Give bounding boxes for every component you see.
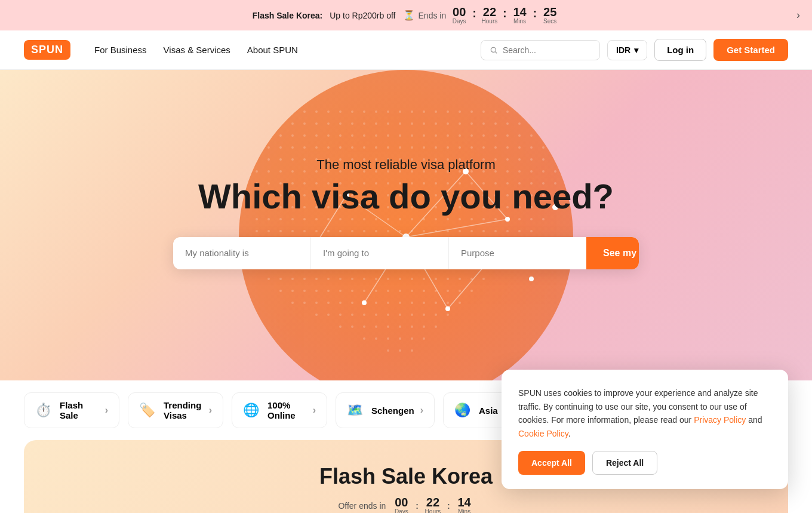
svg-point-17 bbox=[399, 110, 401, 113]
search-icon bbox=[490, 45, 498, 55]
svg-point-286 bbox=[530, 230, 533, 232]
svg-point-249 bbox=[387, 218, 389, 220]
schengen-icon: 🗺️ bbox=[347, 403, 363, 418]
timer-hours: 22 Hours bbox=[480, 6, 499, 24]
svg-point-88 bbox=[315, 146, 318, 149]
search-input[interactable] bbox=[503, 45, 591, 55]
svg-point-419 bbox=[375, 325, 377, 328]
svg-point-245 bbox=[339, 218, 342, 220]
svg-point-241 bbox=[291, 218, 294, 220]
timer-secs: 25 Secs bbox=[540, 6, 559, 24]
category-chip-online[interactable]: 🌐 100% Online › bbox=[232, 392, 327, 428]
svg-point-268 bbox=[315, 230, 318, 232]
chip-arrow-flash: › bbox=[105, 405, 108, 416]
nav-about-spun[interactable]: About SPUN bbox=[247, 45, 298, 55]
svg-point-401 bbox=[435, 302, 437, 304]
svg-point-428 bbox=[399, 337, 401, 340]
svg-point-368 bbox=[447, 278, 449, 280]
search-box[interactable] bbox=[481, 40, 600, 60]
svg-point-76 bbox=[482, 134, 485, 137]
hero-section: The most reliable visa platform Which vi… bbox=[0, 70, 812, 380]
svg-point-30 bbox=[554, 110, 556, 113]
svg-point-379 bbox=[363, 290, 365, 292]
svg-point-424 bbox=[435, 325, 437, 328]
get-started-button[interactable]: Get Started bbox=[713, 39, 788, 61]
navbar: SPUN For Business Visas & Services About… bbox=[0, 30, 812, 70]
svg-point-72 bbox=[435, 134, 437, 137]
logo[interactable]: SPUN bbox=[24, 40, 70, 60]
svg-point-247 bbox=[363, 218, 365, 220]
timer-sep3: : bbox=[533, 7, 537, 20]
svg-point-3 bbox=[239, 70, 573, 380]
cookie-banner: SPUN uses cookies to improve your experi… bbox=[502, 370, 788, 489]
svg-point-359 bbox=[339, 278, 342, 280]
cookie-policy-link[interactable]: Cookie Policy bbox=[518, 429, 568, 438]
svg-point-44 bbox=[411, 122, 413, 125]
svg-point-422 bbox=[411, 325, 413, 328]
category-chip-flash-sale[interactable]: ⏱️ Flash Sale › bbox=[24, 392, 119, 428]
svg-point-54 bbox=[530, 122, 533, 125]
category-chip-trending[interactable]: 🏷️ Trending Visas › bbox=[128, 392, 223, 428]
chip-label-sale: Sale bbox=[60, 410, 99, 420]
timer-sep1: : bbox=[472, 7, 476, 20]
svg-point-23 bbox=[470, 110, 473, 113]
svg-point-100 bbox=[459, 146, 461, 149]
svg-point-32 bbox=[267, 122, 270, 125]
svg-point-38 bbox=[339, 122, 342, 125]
svg-point-356 bbox=[303, 278, 306, 280]
svg-point-43 bbox=[399, 122, 401, 125]
currency-label: IDR bbox=[616, 45, 630, 55]
currency-selector[interactable]: IDR ▾ bbox=[607, 40, 647, 60]
chevron-down-icon: ▾ bbox=[634, 45, 638, 55]
svg-point-93 bbox=[375, 146, 377, 149]
svg-point-354 bbox=[279, 278, 282, 280]
chip-label-visas: Visas bbox=[164, 410, 203, 420]
svg-point-280 bbox=[459, 230, 461, 232]
svg-point-99 bbox=[447, 146, 449, 149]
privacy-policy-link[interactable]: Privacy Policy bbox=[694, 415, 746, 425]
svg-point-274 bbox=[387, 230, 389, 232]
svg-point-273 bbox=[375, 230, 377, 232]
accept-all-button[interactable]: Accept All bbox=[518, 451, 585, 475]
svg-point-41 bbox=[375, 122, 377, 125]
nav-for-business[interactable]: For Business bbox=[94, 45, 147, 55]
svg-point-285 bbox=[518, 230, 521, 232]
svg-point-404 bbox=[315, 314, 318, 316]
see-options-button[interactable]: See my options bbox=[586, 237, 639, 269]
svg-point-92 bbox=[363, 146, 365, 149]
hero-subtitle: The most reliable visa platform bbox=[198, 157, 614, 173]
svg-point-402 bbox=[447, 302, 449, 304]
svg-point-260 bbox=[518, 218, 521, 220]
svg-point-31 bbox=[256, 122, 258, 125]
banner-timer: ⏳ Ends in 00 Days : 22 Hours : 14 Mins :… bbox=[403, 6, 560, 24]
svg-point-79 bbox=[518, 134, 521, 137]
svg-point-449 bbox=[362, 300, 367, 305]
destination-input[interactable] bbox=[311, 237, 449, 269]
offer-hours: 22 Hours bbox=[423, 496, 442, 513]
nationality-input[interactable] bbox=[173, 237, 311, 269]
svg-point-34 bbox=[291, 122, 294, 125]
login-button[interactable]: Log in bbox=[654, 39, 706, 61]
svg-point-430 bbox=[423, 337, 425, 340]
svg-point-283 bbox=[494, 230, 497, 232]
svg-point-382 bbox=[399, 290, 401, 292]
svg-point-429 bbox=[411, 337, 413, 340]
purpose-input[interactable] bbox=[449, 237, 586, 269]
nav-visas-services[interactable]: Visas & Services bbox=[164, 45, 230, 55]
svg-point-16 bbox=[387, 110, 389, 113]
online-icon: 🌐 bbox=[243, 403, 259, 418]
svg-point-62 bbox=[315, 134, 318, 137]
svg-point-376 bbox=[327, 290, 330, 292]
svg-point-33 bbox=[279, 122, 282, 125]
banner-arrow-icon[interactable]: › bbox=[796, 9, 800, 21]
offer-mins: 14 Mins bbox=[455, 496, 474, 513]
svg-point-399 bbox=[411, 302, 413, 304]
reject-all-button[interactable]: Reject All bbox=[592, 451, 657, 475]
svg-point-377 bbox=[339, 290, 342, 292]
svg-point-14 bbox=[363, 110, 365, 113]
category-chip-schengen[interactable]: 🗺️ Schengen › bbox=[336, 392, 435, 428]
svg-point-40 bbox=[363, 122, 365, 125]
hero-text: The most reliable visa platform Which vi… bbox=[198, 157, 614, 216]
svg-point-386 bbox=[447, 290, 449, 292]
svg-point-243 bbox=[315, 218, 318, 220]
